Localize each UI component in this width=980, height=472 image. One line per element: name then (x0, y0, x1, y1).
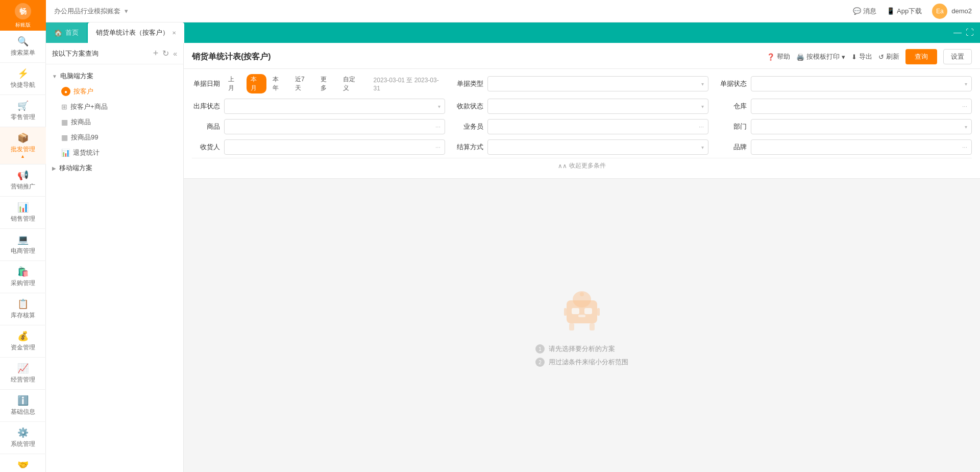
help-button[interactable]: ❓ 帮助 (767, 52, 790, 61)
sidebar-item-search-menu[interactable]: 🔍 搜索菜单 (0, 31, 46, 63)
scheme-item-by-goods-label: 按商品 (71, 117, 91, 127)
goods-control[interactable]: ··· (224, 119, 445, 134)
date-tab-this-year[interactable]: 本年 (268, 74, 289, 93)
date-tab-custom[interactable]: 自定义 (339, 74, 365, 93)
query-button[interactable]: 查询 (905, 49, 937, 64)
collapse-row: ∧∧ 收起更多条件 (192, 158, 972, 173)
doc-status-control[interactable]: ▾ (751, 76, 972, 91)
scheme-item-return-stats[interactable]: 📊 退货统计 (46, 145, 183, 160)
scheme-table2-icon: ▦ (61, 133, 68, 141)
out-status-control[interactable]: ▾ (224, 99, 445, 114)
sidebar-item-sales[interactable]: 📊 销售管理 (0, 197, 46, 229)
warehouse-more-icon[interactable]: ··· (962, 103, 967, 110)
receive-status-control[interactable]: ▾ (487, 99, 708, 114)
empty-state: 1 请先选择要分析的方案 2 用过滤条件来缩小分析范围 (184, 179, 980, 472)
sidebar-label-ecommerce: 电商管理 (11, 247, 35, 255)
print-button[interactable]: 🖨️ 按模板打印 ▾ (796, 52, 845, 61)
date-tab-last-month[interactable]: 上月 (224, 74, 244, 93)
app-download-button[interactable]: 📱 App下载 (887, 7, 922, 16)
svg-rect-6 (564, 308, 567, 316)
filter-row-3: 商品 ··· 业务员 ··· 部门 (192, 119, 972, 134)
app-download-icon: 📱 (887, 7, 895, 15)
sidebar-label-marketing: 营销推广 (11, 182, 35, 191)
consignee-group: 收货人 ··· (192, 139, 445, 155)
tab-home[interactable]: 🏠 首页 (46, 22, 87, 43)
user-info[interactable]: Ea demo2 (932, 4, 972, 19)
sidebar-item-quick-nav[interactable]: ⚡ 快捷导航 (0, 63, 46, 95)
sidebar-item-operations[interactable]: 📈 经营管理 (0, 358, 46, 390)
sidebar-item-enterprise[interactable]: 🤝 企业协同 (0, 454, 46, 472)
scheme-desktop-label: 电脑端方案 (60, 72, 93, 81)
collapse-up-icon: ∧∧ (558, 162, 567, 170)
scheme-desktop[interactable]: ▼ 电脑端方案 (46, 68, 183, 84)
settings-button[interactable]: 设置 (943, 49, 972, 64)
sidebar-item-purchase[interactable]: 🛍️ 采购管理 (0, 261, 46, 293)
sidebar-item-wholesale[interactable]: 📦 批发管理 ▲ (0, 127, 46, 164)
refresh-button[interactable]: ↺ 刷新 (878, 52, 899, 61)
brand-label: 品牌 (719, 143, 747, 152)
consignee-control[interactable]: ··· (224, 139, 445, 155)
sidebar-item-retail[interactable]: 🛒 零售管理 (0, 95, 46, 127)
tab-sales-stats[interactable]: 销货单统计表（按客户） ✕ (88, 22, 184, 43)
sidebar-label-retail: 零售管理 (11, 113, 35, 122)
doc-type-label: 单据类型 (455, 79, 483, 88)
payment-method-control[interactable]: ▾ (487, 139, 708, 155)
scheme-item-by-customer[interactable]: ● 按客户 (46, 84, 183, 99)
sidebar-item-inventory[interactable]: 📋 库存核算 (0, 293, 46, 325)
svg-rect-7 (597, 308, 600, 316)
sidebar-item-finance[interactable]: 💰 资金管理 (0, 325, 46, 358)
scheme-item-by-goods[interactable]: ▦ 按商品 (46, 114, 183, 130)
date-tab-last-7[interactable]: 近7天 (291, 74, 314, 93)
add-scheme-button[interactable]: + (153, 48, 159, 59)
tab-home-label: 首页 (65, 28, 79, 37)
tab-maximize-icon[interactable]: ⛶ (966, 28, 974, 37)
tip-text-2: 用过滤条件来缩小分析范围 (549, 358, 628, 367)
plan-tree: ▼ 电脑端方案 ● 按客户 ⊞ 按客户+商品 ▦ 按商品 ▦ 按商品99 (46, 64, 183, 472)
svg-rect-3 (572, 308, 579, 314)
consignee-more-icon[interactable]: ··· (435, 144, 440, 151)
topbar: 办公用品行业模拟账套 ▾ 💬 消息 📱 App下载 Ea demo2 (46, 0, 980, 22)
date-filter: 上月 本月 本年 近7天 更多 自定义 2023-03-01 至 2023-03… (224, 74, 445, 93)
tab-close-icon[interactable]: ✕ (172, 30, 176, 36)
salesperson-control[interactable]: ··· (487, 119, 708, 134)
date-tabs: 上月 本月 本年 近7天 更多 自定义 (224, 74, 365, 93)
finance-icon: 💰 (17, 331, 29, 342)
brand-more-icon[interactable]: ··· (962, 144, 967, 151)
date-tab-more[interactable]: 更多 (316, 74, 337, 93)
doc-type-group: 单据类型 ▾ (455, 76, 708, 91)
tab-minimize-icon[interactable]: — (953, 28, 962, 37)
print-icon: 🖨️ (796, 53, 804, 61)
doc-status-group: 单据状态 ▾ (719, 76, 972, 91)
brand-control[interactable]: ··· (751, 139, 972, 155)
user-avatar[interactable]: Ea (932, 4, 947, 19)
quick-nav-icon: ⚡ (17, 68, 29, 79)
logo-text: 标账版 (15, 21, 31, 29)
empty-tips: 1 请先选择要分析的方案 2 用过滤条件来缩小分析范围 (535, 344, 628, 371)
page-title: 销货单统计表(按客户) (192, 52, 271, 62)
tip-num-2: 2 (535, 358, 545, 367)
tab-sales-stats-label: 销货单统计表（按客户） (96, 28, 169, 37)
collapse-button[interactable]: ∧∧ 收起更多条件 (558, 161, 606, 170)
topbar-dropdown-icon[interactable]: ▾ (125, 7, 128, 15)
sidebar-item-marketing[interactable]: 📢 营销推广 (0, 164, 46, 197)
salesperson-more-icon[interactable]: ··· (699, 123, 704, 130)
filter-row-2: 出库状态 ▾ 收款状态 ▾ 仓库 (192, 99, 972, 114)
export-button[interactable]: ⬇ 导出 (851, 52, 872, 61)
doc-type-control[interactable]: ▾ (487, 76, 708, 91)
refresh-scheme-icon[interactable]: ↻ (162, 49, 169, 58)
collapse-panel-icon[interactable]: « (173, 50, 177, 58)
message-button[interactable]: 💬 消息 (853, 7, 876, 16)
sidebar-item-basic-info[interactable]: ℹ️ 基础信息 (0, 390, 46, 422)
warehouse-control[interactable]: ··· (751, 99, 972, 114)
sidebar-item-ecommerce[interactable]: 💻 电商管理 (0, 229, 46, 261)
scheme-item-by-goods-99[interactable]: ▦ 按商品99 (46, 130, 183, 145)
sidebar-item-system[interactable]: ⚙️ 系统管理 (0, 422, 46, 454)
scheme-item-by-customer-goods[interactable]: ⊞ 按客户+商品 (46, 99, 183, 114)
date-tab-this-month[interactable]: 本月 (247, 74, 267, 93)
salesperson-label: 业务员 (455, 122, 483, 131)
scheme-mobile[interactable]: ▶ 移动端方案 (46, 160, 183, 176)
username: demo2 (951, 7, 972, 15)
goods-more-icon[interactable]: ··· (435, 123, 440, 130)
department-control[interactable]: ▾ (751, 119, 972, 134)
enterprise-icon: 🤝 (17, 459, 29, 470)
